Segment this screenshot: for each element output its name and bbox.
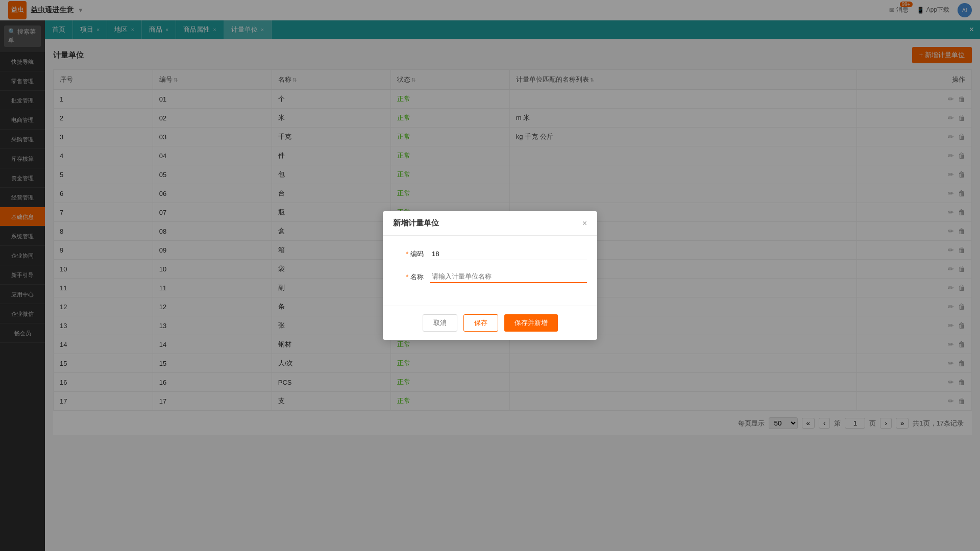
modal-header: 新增计量单位 × [383, 211, 597, 236]
code-label: 编码 [393, 249, 424, 259]
code-input[interactable] [430, 248, 587, 260]
name-input[interactable] [430, 270, 587, 283]
name-label: 名称 [393, 272, 424, 282]
modal-footer: 取消 保存 保存并新增 [383, 306, 597, 340]
modal-body: 编码 名称 [383, 236, 597, 306]
modal-overlay[interactable]: 新增计量单位 × 编码 名称 取消 保存 保存并新增 [0, 0, 980, 551]
modal-title: 新增计量单位 [393, 218, 439, 228]
save-button[interactable]: 保存 [463, 314, 498, 332]
add-unit-modal: 新增计量单位 × 编码 名称 取消 保存 保存并新增 [383, 211, 597, 340]
save-and-new-button[interactable]: 保存并新增 [504, 314, 558, 332]
cancel-button[interactable]: 取消 [423, 314, 457, 332]
form-row-name: 名称 [393, 270, 587, 283]
form-row-code: 编码 [393, 248, 587, 260]
modal-close-btn[interactable]: × [582, 219, 587, 228]
